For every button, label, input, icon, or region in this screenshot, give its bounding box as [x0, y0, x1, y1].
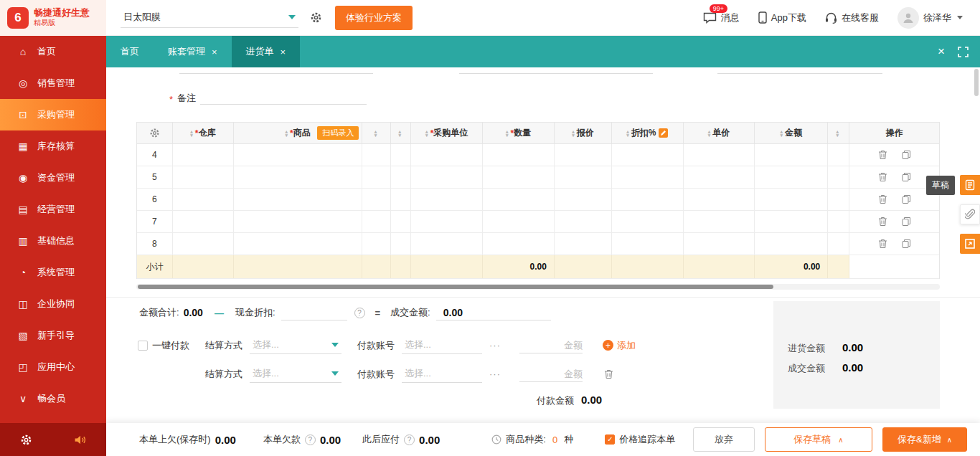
more-options-icon[interactable]: ···	[489, 340, 501, 351]
cell-unit-price[interactable]	[684, 211, 755, 232]
delete-row-icon[interactable]	[878, 150, 887, 160]
app-download-button[interactable]: App下载	[758, 11, 806, 24]
cell-warehouse[interactable]	[173, 233, 234, 255]
scan-entry-button[interactable]: 扫码录入	[317, 126, 359, 140]
cell-discount[interactable]	[612, 211, 684, 232]
speaker-icon[interactable]	[74, 434, 86, 445]
header-extra-1[interactable]	[362, 123, 391, 143]
header-purchase-unit[interactable]: * 采购单位	[411, 123, 483, 143]
cell-warehouse[interactable]	[173, 166, 234, 188]
cell-product[interactable]	[234, 166, 363, 188]
cell-extra[interactable]	[362, 144, 391, 166]
cell-extra[interactable]	[391, 233, 411, 255]
sidebar-item-collaboration[interactable]: ◫ 企业协同	[0, 288, 106, 320]
cell-discount[interactable]	[612, 189, 684, 210]
sidebar-item-funds[interactable]: ◉ 资金管理	[0, 162, 106, 194]
messages-button[interactable]: 99+ 消息	[703, 11, 740, 24]
cell-extra[interactable]	[362, 166, 391, 188]
account-book-selector[interactable]: 日太阳膜	[121, 7, 298, 28]
sidebar-item-guide[interactable]: ▧ 新手引导	[0, 320, 106, 351]
delete-payment-icon[interactable]	[604, 369, 613, 379]
cell-quote[interactable]	[555, 211, 612, 232]
cell-amount[interactable]	[755, 233, 828, 255]
copy-row-icon[interactable]	[902, 194, 911, 204]
cell-warehouse[interactable]	[173, 144, 234, 166]
online-support-button[interactable]: 在线客服	[825, 11, 879, 24]
sidebar-item-sales[interactable]: ◎ 销售管理	[0, 67, 106, 99]
trial-solution-button[interactable]: 体验行业方案	[335, 6, 413, 30]
cell-product[interactable]	[234, 211, 363, 232]
cell-discount[interactable]	[612, 166, 684, 188]
sidebar-item-home[interactable]: ⌂ 首页	[0, 36, 106, 67]
cell-extra[interactable]	[362, 211, 391, 232]
cell-quantity[interactable]	[483, 144, 555, 166]
cell-amount[interactable]	[755, 166, 828, 188]
cell-extra[interactable]	[362, 233, 391, 255]
settings-gear-icon[interactable]	[310, 11, 322, 24]
header-amount[interactable]: 金额	[755, 123, 828, 143]
header-discount[interactable]: 折扣%	[612, 123, 684, 143]
delete-row-icon[interactable]	[878, 172, 887, 182]
cell-quantity[interactable]	[483, 166, 555, 188]
cell-amount[interactable]	[755, 144, 828, 166]
cell-amount[interactable]	[755, 211, 828, 232]
cell-product[interactable]	[234, 233, 363, 255]
column-settings-gear-icon[interactable]	[137, 123, 173, 143]
cell-quote[interactable]	[555, 233, 612, 255]
tab-close-icon[interactable]: ×	[212, 47, 217, 57]
close-all-tabs-icon[interactable]: ×	[938, 44, 945, 59]
cell-extra[interactable]	[391, 211, 411, 232]
sidebar-item-operations[interactable]: ▤ 经营管理	[0, 194, 106, 225]
delete-row-icon[interactable]	[878, 217, 887, 227]
tab-close-icon[interactable]: ×	[281, 47, 286, 57]
footer-gear-icon[interactable]	[20, 434, 32, 446]
header-extra-2[interactable]	[391, 123, 411, 143]
draft-icon[interactable]	[960, 175, 980, 195]
remark-input[interactable]	[200, 90, 367, 105]
cell-quantity[interactable]	[483, 233, 555, 255]
discard-button[interactable]: 放弃	[693, 427, 755, 452]
cell-purchase-unit[interactable]	[411, 233, 483, 255]
delete-row-icon[interactable]	[878, 194, 887, 204]
pay-account-select[interactable]: 选择...	[402, 336, 482, 354]
user-menu[interactable]: 徐泽华	[897, 7, 963, 29]
edit-discount-icon[interactable]	[659, 128, 668, 138]
cell-discount[interactable]	[612, 144, 684, 166]
add-payment-button[interactable]: 添加	[603, 339, 636, 352]
payment-amount-input[interactable]	[519, 366, 583, 382]
cell-purchase-unit[interactable]	[411, 166, 483, 188]
fullscreen-icon[interactable]	[958, 47, 969, 57]
settle-method-select[interactable]: 选择...	[250, 336, 341, 354]
tab-home[interactable]: 首页	[106, 36, 154, 67]
cell-purchase-unit[interactable]	[411, 144, 483, 166]
one-click-pay-checkbox[interactable]	[138, 341, 148, 351]
cash-discount-input[interactable]	[281, 305, 347, 320]
payment-amount-input[interactable]	[519, 338, 583, 353]
delete-row-icon[interactable]	[878, 239, 887, 249]
cell-extra[interactable]	[391, 144, 411, 166]
cell-product[interactable]	[234, 189, 363, 210]
cell-purchase-unit[interactable]	[411, 189, 483, 210]
header-unit-price[interactable]: 单价	[684, 123, 755, 143]
cell-extra[interactable]	[391, 189, 411, 210]
save-draft-button[interactable]: 保存草稿 ∧	[765, 427, 872, 452]
price-track-option[interactable]: 价格追踪本单	[605, 433, 675, 446]
cell-unit-price[interactable]	[684, 144, 755, 166]
vertical-scrollbar-thumb[interactable]	[974, 69, 979, 96]
cell-quantity[interactable]	[483, 211, 555, 232]
sidebar-item-system[interactable]: ◔ 系统管理	[0, 257, 106, 288]
cell-unit-price[interactable]	[684, 233, 755, 255]
header-quote[interactable]: 报价	[555, 123, 612, 143]
cell-amount[interactable]	[755, 189, 828, 210]
sidebar-item-basic-info[interactable]: ▥ 基础信息	[0, 225, 106, 257]
copy-row-icon[interactable]	[902, 172, 911, 182]
price-track-checkbox[interactable]	[605, 434, 615, 445]
header-extra-3[interactable]	[828, 123, 849, 143]
sidebar-item-purchase[interactable]: ⊡ 采购管理	[0, 99, 106, 130]
pay-account-select[interactable]: 选择...	[402, 365, 482, 383]
tab-purchase-order[interactable]: 进货单 ×	[232, 36, 301, 67]
cell-quote[interactable]	[555, 189, 612, 210]
copy-row-icon[interactable]	[902, 150, 911, 160]
cell-quote[interactable]	[555, 166, 612, 188]
header-quantity[interactable]: * 数量	[483, 123, 555, 143]
